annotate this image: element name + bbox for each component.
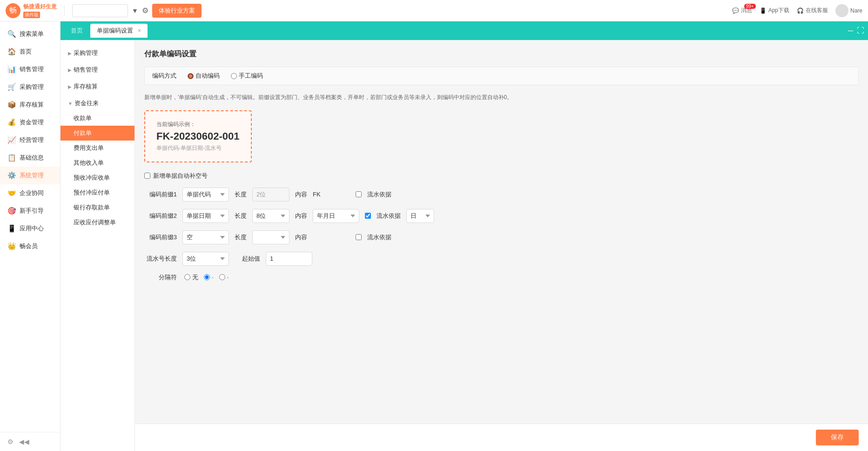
service-icon: 🎧 <box>797 7 804 14</box>
prefix3-select[interactable]: 空 <box>182 230 229 244</box>
app-download-btn[interactable]: 📱 App下载 <box>760 7 789 14</box>
sub-group-sales-title[interactable]: ▶ 销售管理 <box>61 62 135 77</box>
tab-close-btn[interactable]: × <box>138 27 141 34</box>
inventory-icon: 📦 <box>7 101 16 109</box>
home-icon: 🏠 <box>7 47 16 56</box>
sub-group-purchase: ▶ 采购管理 <box>61 46 135 61</box>
manual-radio-input[interactable] <box>231 73 237 79</box>
save-button[interactable]: 保存 <box>816 430 859 445</box>
sub-group-inventory: ▶ 库存核算 <box>61 79 135 94</box>
sidebar-item-sales[interactable]: 📊 销售管理 <box>0 61 60 78</box>
sub-item-expenses[interactable]: 费用支出单 <box>61 141 135 155</box>
tab-encoding-settings[interactable]: 单据编码设置 × <box>90 24 148 38</box>
content-footer: 保存 <box>135 424 868 451</box>
main-content: 付款单编码设置 编码方式 自动编码 手工编码 <box>135 40 868 451</box>
separator-none-radio[interactable] <box>184 274 190 280</box>
operations-icon: 📈 <box>7 136 16 144</box>
serial-period-select[interactable]: 日 <box>406 209 434 223</box>
settings-icon[interactable]: ⚙ <box>142 6 148 15</box>
sub-item-advance-payment[interactable]: 预付冲应付单 <box>61 185 135 200</box>
sidebar-item-finance[interactable]: 💰 资金管理 <box>0 114 60 131</box>
prefix3-label: 编码前缀3 <box>144 233 177 242</box>
basic-info-icon: 📋 <box>7 154 16 162</box>
serial-checkbox-1[interactable] <box>356 191 362 197</box>
page-title: 付款单编码设置 <box>144 49 859 59</box>
prefix2-label: 编码前缀2 <box>144 212 177 220</box>
sidebar-item-inventory[interactable]: 📦 库存核算 <box>0 96 60 114</box>
sub-item-advance-receipt[interactable]: 预收冲应收单 <box>61 170 135 185</box>
sub-group-funds-title[interactable]: ▼ 资金往来 <box>61 96 135 111</box>
serial-checkbox-3[interactable] <box>356 234 362 240</box>
tab-home[interactable]: 首页 <box>64 24 89 38</box>
serial-length-select[interactable]: 3位 <box>182 252 229 266</box>
auto-fill-checkbox[interactable] <box>144 173 150 179</box>
sidebar-item-purchase[interactable]: 🛒 采购管理 <box>0 78 60 96</box>
service-btn[interactable]: 🎧 在线客服 <box>797 7 828 14</box>
start-value-input[interactable] <box>266 252 312 266</box>
tab-bar: 首页 单据编码设置 × ─ ⛶ <box>61 21 868 40</box>
sub-group-inventory-title[interactable]: ▶ 库存核算 <box>61 79 135 94</box>
arrow-expand-icon: ▼ <box>68 101 73 106</box>
serial-length-row: 流水号长度 3位 起始值 <box>144 252 859 266</box>
preview-desc: 单据代码-单据日期-流水号 <box>156 144 240 152</box>
arrow-icon: ▶ <box>68 84 72 89</box>
sidebar-footer: ⚙ ◀◀ <box>0 432 60 451</box>
divider <box>64 5 65 16</box>
tab-minimize-btn[interactable]: ─ <box>848 27 853 35</box>
collapse-btn[interactable]: ◀◀ <box>19 438 29 445</box>
sidebar-item-apps[interactable]: 📱 应用中心 <box>0 220 60 237</box>
prefix-row-3: 编码前缀3 空 长度 内容 流水依据 <box>144 230 859 244</box>
arrow-icon: ▶ <box>68 51 72 56</box>
separator-none-option[interactable]: 无 <box>184 273 198 282</box>
settings-footer-btn[interactable]: ⚙ <box>7 438 13 445</box>
prefix2-select[interactable]: 单据日期 <box>182 209 229 223</box>
top-bar-right: 💬 消息 99+ 📱 App下载 🎧 在线客服 Nare <box>732 4 862 17</box>
separator-dash-radio[interactable] <box>219 274 225 280</box>
sidebar-item-basic-info[interactable]: 📋 基础信息 <box>0 149 60 167</box>
sidebar-search[interactable]: 🔍 搜索菜单 <box>0 25 60 43</box>
sub-group-sales: ▶ 销售管理 <box>61 62 135 77</box>
chevron-down-btn[interactable]: ▼ <box>132 7 138 14</box>
search-icon: 🔍 <box>7 30 16 38</box>
enterprise-icon: 🤝 <box>7 189 16 197</box>
sub-item-other-income[interactable]: 其他收入单 <box>61 155 135 170</box>
sidebar-item-enterprise[interactable]: 🤝 企业协同 <box>0 184 60 202</box>
sidebar-item-operations[interactable]: 📈 经营管理 <box>0 131 60 149</box>
sub-item-payments[interactable]: 付款单 <box>61 126 135 141</box>
sub-item-bank[interactable]: 银行存取款单 <box>61 200 135 215</box>
sub-item-adjustment[interactable]: 应收应付调整单 <box>61 215 135 230</box>
auto-fill-label: 新增单据自动补空号 <box>153 172 208 180</box>
main-layout: 🔍 搜索菜单 🏠 首页 📊 销售管理 🛒 采购管理 📦 库存核算 💰 资 <box>0 21 868 451</box>
separator-dot-option[interactable]: · <box>204 274 214 281</box>
trial-button[interactable]: 体验行业方案 <box>152 4 202 18</box>
tab-expand-btn[interactable]: ⛶ <box>857 27 864 35</box>
prefix-row-1: 编码前缀1 单据代码 长度 内容 FK 流水依据 <box>144 188 859 202</box>
encoding-method-label: 编码方式 <box>152 72 176 80</box>
finance-icon: 💰 <box>7 118 16 127</box>
prefix3-length-select[interactable] <box>252 230 289 244</box>
breadcrumb-input[interactable] <box>72 4 128 17</box>
preview-code: FK-20230602-001 <box>156 130 240 142</box>
prefix2-content-select[interactable]: 年月日 <box>313 209 359 223</box>
sidebar-item-home[interactable]: 🏠 首页 <box>0 43 60 61</box>
message-btn[interactable]: 💬 消息 99+ <box>732 7 752 14</box>
manual-encoding-radio[interactable]: 手工编码 <box>231 72 263 80</box>
sub-item-receipts[interactable]: 收款单 <box>61 111 135 126</box>
sidebar-item-system[interactable]: ⚙️ 系统管理 <box>0 167 60 184</box>
sidebar-item-guide[interactable]: 🎯 新手引导 <box>0 202 60 220</box>
serial-length-label: 流水号长度 <box>144 255 177 263</box>
prefix2-length-select[interactable]: 8位 <box>252 209 289 223</box>
sidebar-item-member[interactable]: 👑 畅会员 <box>0 237 60 255</box>
user-info[interactable]: Nare <box>835 4 862 17</box>
serial-checkbox-2[interactable] <box>365 213 371 219</box>
separator-dot-radio[interactable] <box>204 274 210 280</box>
content-area: ▶ 采购管理 ▶ 销售管理 ▶ 库存核算 <box>61 40 868 451</box>
prefix1-select[interactable]: 单据代码 <box>182 188 229 202</box>
system-icon: ⚙️ <box>7 171 16 180</box>
encoding-method-bar: 编码方式 自动编码 手工编码 <box>144 67 859 85</box>
sub-group-purchase-title[interactable]: ▶ 采购管理 <box>61 46 135 61</box>
tab-actions: ─ ⛶ <box>848 27 864 35</box>
separator-dash-option[interactable]: · <box>219 274 229 281</box>
auto-encoding-radio[interactable]: 自动编码 <box>188 72 220 80</box>
auto-radio-input[interactable] <box>188 73 194 79</box>
